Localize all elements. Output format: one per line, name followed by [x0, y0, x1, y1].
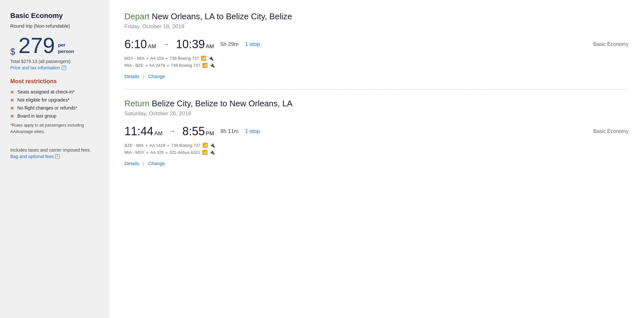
return-seg1-route: BZE - MIA [124, 143, 144, 148]
price-amount: 279 [19, 34, 55, 56]
return-action-links: Details | Change [124, 161, 629, 166]
price-dollar-sign: $ [10, 47, 15, 56]
depart-seg1-aircraft: 738-Boeing 737 [170, 56, 199, 61]
return-arrow-icon: → [169, 127, 176, 136]
return-seg2-aircraft: 321-Airbus A321 [169, 150, 200, 155]
return-header: Return Belize City, Belize to New Orlean… [124, 99, 629, 109]
depart-seg1-route: MSY - MIA [124, 56, 145, 61]
wifi-icon-1: 📶 [201, 56, 206, 61]
return-seg1-aircraft: 738-Boeing 737 [171, 143, 200, 148]
dot-sep-1: ■ [147, 57, 148, 60]
x-icon-2: ✕ [10, 98, 14, 103]
return-segment-2: MIA - MSY ■ AA 329 ■ 321-Airbus A321 📶 🔌 [124, 150, 629, 155]
price-tax-info-link[interactable]: Price and tax information ↗ [10, 65, 98, 70]
depart-change-link[interactable]: Change [148, 74, 165, 79]
restriction-text-2: Not eligible for upgrades* [17, 97, 70, 102]
dot-sep-8: ■ [165, 151, 167, 154]
power-icon-3: 🔌 [210, 143, 215, 148]
depart-seg2-route: MIA - BZE [124, 63, 143, 68]
return-seg2-flight: AA 329 [150, 150, 164, 155]
external-link-icon: ↗ [62, 66, 66, 70]
pipe-1: | [143, 74, 144, 79]
total-label: Total $278.13 (all passengers) [10, 59, 98, 64]
wifi-icon-3: 📶 [202, 143, 208, 148]
bag-external-link-icon: ↗ [55, 154, 60, 159]
bottom-note: Includes taxes and carrier imposed fees. [10, 147, 98, 153]
return-stops-link[interactable]: 1 stop [245, 128, 260, 135]
depart-seg2-flight: AA 2476 [149, 63, 165, 68]
return-route: Belize City, Belize to New Orleans, LA [152, 99, 292, 108]
restriction-item-1: ✕ Seats assigned at check-in* [10, 89, 98, 95]
dot-sep-7: ■ [146, 151, 148, 154]
restriction-text-4: Board in last group [17, 113, 56, 119]
arrow-icon: → [163, 40, 170, 49]
power-icon-2: 🔌 [209, 63, 215, 68]
wifi-icon-4: 📶 [202, 150, 208, 155]
depart-word: Depart [124, 12, 149, 21]
return-word: Return [124, 99, 149, 108]
restriction-text-3: No flight changes or refunds* [17, 105, 77, 110]
pipe-2: | [143, 161, 144, 166]
return-section: Return Belize City, Belize to New Orlean… [124, 99, 629, 166]
return-depart-time: 11:44AM [124, 125, 163, 138]
power-icon-4: 🔌 [209, 150, 215, 155]
left-panel: Basic Economy Round trip (Non-refundable… [0, 0, 109, 318]
depart-route: New Orleans, LA to Belize City, Belize [152, 12, 292, 21]
return-change-link[interactable]: Change [148, 161, 165, 166]
rules-note: *Rules apply to all passengers including… [10, 122, 98, 135]
depart-cabin-class: Basic Economy [593, 41, 629, 47]
fare-type-title: Basic Economy [10, 12, 98, 20]
depart-stops-link[interactable]: 1 stop [245, 41, 260, 48]
right-panel: Depart New Orleans, LA to Belize City, B… [109, 0, 644, 318]
restriction-item-2: ✕ Not eligible for upgrades* [10, 97, 98, 103]
return-segment-1: BZE - MIA ■ AA 1419 ■ 738-Boeing 737 📶 🔌 [124, 143, 629, 148]
return-details-link[interactable]: Details [124, 161, 139, 166]
restrictions-title: Most restrictions [10, 78, 98, 85]
depart-times-row: 6:10AM → 10:39AM 5h 29m 1 stop Basic Eco… [124, 38, 629, 51]
depart-section: Depart New Orleans, LA to Belize City, B… [124, 12, 629, 79]
dot-sep-4: ■ [167, 64, 169, 67]
return-date: Saturday, October 26, 2019 [124, 110, 629, 117]
bag-optional-fees-link[interactable]: Bag and optional fees ↗ [10, 154, 98, 159]
dot-sep-5: ■ [146, 144, 148, 147]
depart-duration: 5h 29m [220, 41, 239, 48]
depart-date: Friday, October 18, 2019 [124, 23, 629, 30]
dot-sep-2: ■ [166, 57, 168, 60]
restriction-item-3: ✕ No flight changes or refunds* [10, 105, 98, 111]
depart-segment-2: MIA - BZE ■ AA 2476 ■ 738-Boeing 737 📶 🔌 [124, 63, 629, 68]
dot-sep-3: ■ [145, 64, 147, 67]
depart-arrive-time: 10:39AM [176, 38, 214, 51]
depart-header: Depart New Orleans, LA to Belize City, B… [124, 12, 629, 22]
depart-depart-time: 6:10AM [124, 38, 156, 51]
restriction-item-4: ✕ Board in last group [10, 113, 98, 119]
per-person-label: perperson [58, 42, 74, 54]
return-arrive-time: 8:55PM [182, 125, 214, 138]
return-cabin-class: Basic Economy [593, 128, 629, 134]
depart-action-links: Details | Change [124, 74, 629, 79]
round-trip-label: Round trip (Non-refundable) [10, 23, 98, 29]
price-row: $ 279 perperson [10, 34, 98, 56]
return-times-row: 11:44AM → 8:55PM 8h 11m 1 stop Basic Eco… [124, 125, 629, 138]
depart-seg2-aircraft: 738-Boeing 737 [171, 63, 200, 68]
restriction-text-1: Seats assigned at check-in* [17, 89, 75, 94]
wifi-icon-2: 📶 [202, 63, 208, 68]
section-divider [124, 89, 629, 90]
return-duration: 8h 11m [220, 128, 239, 135]
power-icon-1: 🔌 [208, 56, 214, 61]
return-seg2-route: MIA - MSY [124, 150, 144, 155]
x-icon-1: ✕ [10, 90, 14, 95]
dot-sep-6: ■ [167, 144, 169, 147]
depart-segment-1: MSY - MIA ■ AA 159 ■ 738-Boeing 737 📶 🔌 [124, 56, 629, 61]
x-icon-3: ✕ [10, 106, 14, 111]
return-seg1-flight: AA 1419 [149, 143, 165, 148]
depart-details-link[interactable]: Details [124, 74, 139, 79]
x-icon-4: ✕ [10, 114, 14, 119]
depart-seg1-flight: AA 159 [150, 56, 164, 61]
